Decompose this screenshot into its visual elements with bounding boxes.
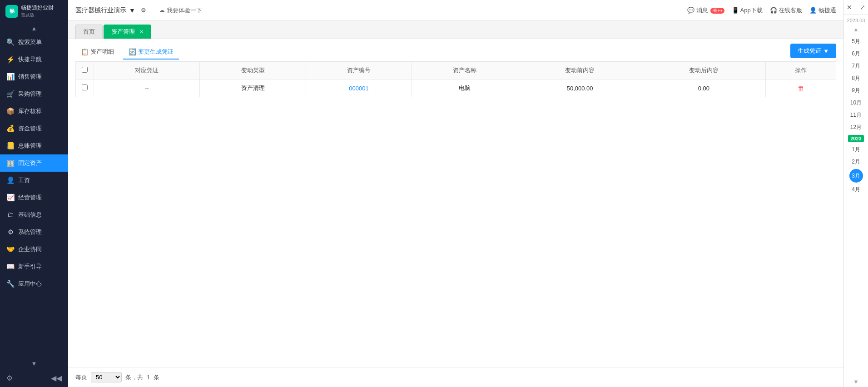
quick-nav-icon: ⚡ [6,55,15,64]
user-avatar[interactable]: 👤 畅捷通 [809,6,836,15]
sidebar-item-operations[interactable]: 📈 经营管理 [0,189,68,206]
sidebar-item-ledger[interactable]: 📒 总账管理 [0,137,68,154]
guide-icon: 📖 [6,263,15,271]
sidebar-item-label: 搜索菜单 [18,38,42,46]
generate-dropdown-icon: ▼ [823,48,829,55]
row-change-type: 资产清理 [200,79,306,97]
side-panel-year: 2023.03 [844,15,868,24]
main-content: 医疗器械行业演示 ▼ ⚙ ☁ 我要体验一下 💬 消息 99++ 📱 App下载 … [68,0,843,387]
sub-tab-asset-detail[interactable]: 📋 资产明细 [75,45,119,60]
hint-area[interactable]: ☁ 我要体验一下 [159,6,202,15]
table-row: -- 资产清理 000001 电脑 50,000.00 0.00 🗑 [76,79,836,97]
logo-area: 畅 畅捷通好业财 普及版 [0,0,68,23]
side-panel-down-arrow[interactable]: ▼ [844,377,868,387]
side-month-4[interactable]: 4月 [844,184,868,196]
side-month-5[interactable]: 5月 [844,35,868,48]
side-months-list: 5月 6月 7月 8月 9月 10月 11月 12月 2023 1月 2月 3月… [844,35,868,377]
side-month-11[interactable]: 11月 [844,109,868,121]
sidebar-item-app-center[interactable]: 🔧 应用中心 [0,275,68,293]
row-voucher: -- [94,79,200,97]
tab-asset-mgmt[interactable]: 资产管理 ✕ [104,25,151,39]
app-center-icon: 🔧 [6,280,15,288]
purchase-icon: 🛒 [6,90,15,98]
side-panel-expand-icon[interactable]: ⤢ [860,4,865,11]
sub-tab-change-voucher[interactable]: 🔄 变更生成凭证 [123,45,179,60]
row-after-change: 0.00 [642,79,766,97]
message-label: 消息 [696,7,708,14]
side-month-2[interactable]: 2月 [844,156,868,168]
sidebar-item-label: 新手引导 [18,263,42,271]
sub-tabs: 📋 资产明细 🔄 变更生成凭证 生成凭证 ▼ [68,39,843,61]
side-month-1[interactable]: 1月 [844,144,868,156]
sidebar-item-system[interactable]: ⚙ 系统管理 [0,223,68,241]
table-area: 对应凭证 变动类型 资产编号 资产名称 变动前内容 变动后内容 操作 [68,61,843,367]
cloud-icon: ☁ [159,7,165,14]
ledger-icon: 📒 [6,142,15,150]
app-download-btn[interactable]: 📱 App下载 [732,6,763,15]
tab-asset-mgmt-label: 资产管理 [111,28,135,35]
company-selector[interactable]: 医疗器械行业演示 ▼ [75,6,135,15]
collapse-icon[interactable]: ◀◀ [51,374,62,382]
side-month-12[interactable]: 12月 [844,121,868,134]
sidebar-scroll-down[interactable]: ▼ [0,358,68,369]
payroll-icon: 👤 [6,176,15,184]
tab-home[interactable]: 首页 [75,25,103,39]
sidebar-item-search[interactable]: 🔍 搜索菜单 [0,34,68,51]
hint-text: 我要体验一下 [167,6,202,15]
sidebar-item-label: 总账管理 [18,142,42,150]
sidebar-item-basic-info[interactable]: 🗂 基础信息 [0,206,68,223]
settings-icon[interactable]: ⚙ [6,374,13,382]
message-btn[interactable]: 💬 消息 99++ [687,6,724,15]
logo-icon: 畅 [5,5,18,18]
sales-icon: 📊 [6,73,15,81]
message-badge: 99++ [710,8,724,14]
sidebar-item-cooperation[interactable]: 🤝 企业协同 [0,241,68,258]
pagination: 每页 50 10 20 100 条，共 1 条 [68,367,843,387]
side-month-3-current[interactable]: 3月 [849,169,863,183]
col-asset-code: 资产编号 [306,62,412,79]
row-asset-name: 电脑 [412,79,518,97]
sidebar-item-finance[interactable]: 💰 资金管理 [0,120,68,137]
tab-home-label: 首页 [83,28,95,35]
sidebar-item-quick-nav[interactable]: ⚡ 快捷导航 [0,51,68,68]
side-panel-up-arrow[interactable]: ▲ [844,24,868,35]
inventory-icon: 📦 [6,107,15,115]
sidebar-item-label: 企业协同 [18,245,42,253]
sidebar-item-label: 销售管理 [18,73,42,81]
row-action-cell: 🗑 [766,79,836,97]
sidebar-item-label: 系统管理 [18,228,42,236]
col-voucher: 对应凭证 [94,62,200,79]
tab-close-icon[interactable]: ✕ [139,29,144,35]
sidebar-item-label: 应用中心 [18,280,42,288]
sub-tab-change-voucher-label: 变更生成凭证 [138,48,174,56]
col-change-type: 变动类型 [200,62,306,79]
side-month-6[interactable]: 6月 [844,48,868,60]
topbar: 医疗器械行业演示 ▼ ⚙ ☁ 我要体验一下 💬 消息 99++ 📱 App下载 … [68,0,843,21]
side-panel-close-icon[interactable]: ✕ [847,4,852,11]
sidebar-item-purchase[interactable]: 🛒 采购管理 [0,85,68,103]
side-month-8[interactable]: 8月 [844,72,868,84]
sidebar-item-payroll[interactable]: 👤 工资 [0,172,68,189]
sidebar-item-fixed-assets[interactable]: 🏢 固定资产 [0,154,68,172]
side-month-10[interactable]: 10月 [844,97,868,109]
select-all-checkbox[interactable] [82,67,88,73]
delete-icon[interactable]: 🗑 [798,84,804,92]
sidebar-item-label: 采购管理 [18,90,42,98]
per-page-select[interactable]: 50 10 20 100 [91,372,122,382]
generate-voucher-button[interactable]: 生成凭证 ▼ [790,44,836,58]
operations-icon: 📈 [6,194,15,202]
online-service-btn[interactable]: 🎧 在线客服 [770,6,803,15]
side-month-7[interactable]: 7月 [844,60,868,72]
sidebar: 畅 畅捷通好业财 普及版 ▲ 🔍 搜索菜单 ⚡ 快捷导航 📊 销售管理 🛒 采购… [0,0,68,387]
sidebar-item-guide[interactable]: 📖 新手引导 [0,258,68,275]
sidebar-item-inventory[interactable]: 📦 库存核算 [0,103,68,120]
change-voucher-icon: 🔄 [129,48,136,55]
asset-table: 对应凭证 变动类型 资产编号 资产名称 变动前内容 变动后内容 操作 [75,61,836,97]
row-checkbox[interactable] [82,84,88,90]
company-name: 医疗器械行业演示 [75,6,126,15]
side-month-9[interactable]: 9月 [844,84,868,97]
settings-gear-icon[interactable]: ⚙ [141,7,146,14]
sidebar-item-label: 基础信息 [18,211,42,219]
sidebar-scroll-up[interactable]: ▲ [0,23,68,34]
sidebar-item-sales[interactable]: 📊 销售管理 [0,68,68,85]
